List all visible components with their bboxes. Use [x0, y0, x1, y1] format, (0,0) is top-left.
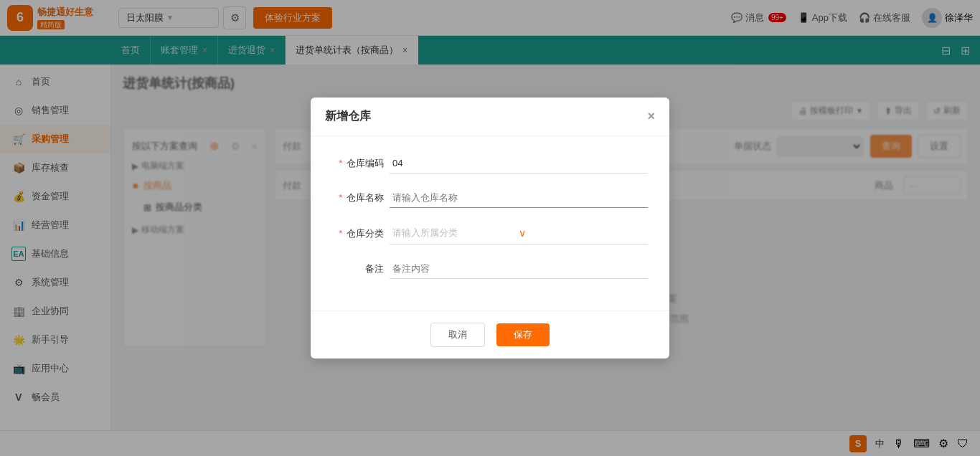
warehouse-category-row: * 仓库分类 请输入所属分类 ∨: [332, 222, 648, 244]
modal-body: * 仓库编码 * 仓库名称 * 仓库分类 请输入: [311, 136, 669, 310]
cancel-button[interactable]: 取消: [430, 323, 485, 347]
warehouse-code-input[interactable]: [390, 153, 648, 174]
save-button[interactable]: 保存: [496, 323, 550, 346]
modal-close-button[interactable]: ×: [647, 109, 655, 124]
code-required-star: *: [339, 158, 342, 168]
category-chevron-icon: ∨: [519, 227, 645, 239]
modal-title: 新增仓库: [325, 109, 371, 124]
warehouse-name-row: * 仓库名称: [332, 188, 648, 208]
category-placeholder: 请输入所属分类: [392, 227, 519, 239]
warehouse-note-input[interactable]: [390, 259, 648, 279]
warehouse-note-label: 备注: [332, 262, 390, 275]
category-required-star: *: [339, 228, 342, 239]
warehouse-name-label: * 仓库名称: [332, 191, 390, 204]
warehouse-category-label: * 仓库分类: [332, 227, 390, 240]
warehouse-name-input[interactable]: [390, 188, 648, 208]
warehouse-code-row: * 仓库编码: [332, 153, 648, 174]
warehouse-category-select[interactable]: 请输入所属分类 ∨: [390, 222, 648, 244]
warehouse-code-label: * 仓库编码: [332, 157, 390, 170]
warehouse-modal: 新增仓库 × * 仓库编码 * 仓库名称: [311, 98, 669, 358]
name-required-star: *: [339, 192, 342, 203]
modal-header: 新增仓库 ×: [311, 98, 669, 136]
modal-footer: 取消 保存: [311, 310, 669, 358]
modal-overlay: 新增仓库 × * 仓库编码 * 仓库名称: [0, 0, 980, 456]
warehouse-note-row: 备注: [332, 259, 648, 279]
